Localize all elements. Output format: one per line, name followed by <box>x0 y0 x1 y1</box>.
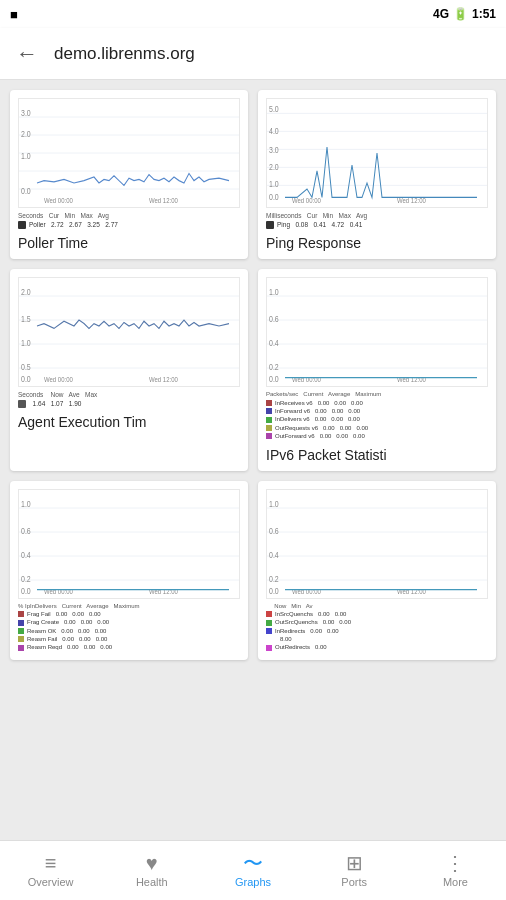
page-title: demo.librenms.org <box>54 44 195 64</box>
svg-text:0.0: 0.0 <box>21 186 31 196</box>
svg-text:1.0: 1.0 <box>269 179 279 189</box>
svg-text:0.0: 0.0 <box>21 586 31 596</box>
svg-text:1.0: 1.0 <box>269 499 279 509</box>
graph-image-ipstats2: 1.0 0.6 0.4 0.2 0.0 Wed 00:00 Wed 12:00 <box>266 489 488 599</box>
battery-icon: 🔋 <box>453 7 468 21</box>
svg-text:0.2: 0.2 <box>21 574 31 584</box>
nav-overview[interactable]: ≡ Overview <box>0 841 101 900</box>
svg-text:Wed 12:00: Wed 12:00 <box>149 197 178 205</box>
svg-text:1.0: 1.0 <box>269 287 279 297</box>
nav-health[interactable]: ♥ Health <box>101 841 202 900</box>
svg-text:0.4: 0.4 <box>269 339 279 349</box>
svg-text:Wed 12:00: Wed 12:00 <box>149 376 178 384</box>
svg-text:0.6: 0.6 <box>21 526 31 536</box>
nav-graphs[interactable]: 〜 Graphs <box>202 841 303 900</box>
svg-text:Wed 00:00: Wed 00:00 <box>292 197 321 205</box>
ports-icon: ⊞ <box>346 853 363 873</box>
svg-text:0.5: 0.5 <box>21 363 31 373</box>
nav-ports-label: Ports <box>341 876 367 888</box>
svg-text:0.0: 0.0 <box>269 586 279 596</box>
graph-title-ping: Ping Response <box>266 235 488 251</box>
graph-title-poller: Poller Time <box>18 235 240 251</box>
nav-ports[interactable]: ⊞ Ports <box>304 841 405 900</box>
svg-text:3.0: 3.0 <box>269 145 279 155</box>
graph-legend-ipstats2: Now Min Av InSrcQuenchs 0.00 0.00 OutSrc… <box>266 602 488 652</box>
graph-legend-ping: Milliseconds Cur Min Max Avg Ping 0.08 0… <box>266 211 488 229</box>
svg-text:1.5: 1.5 <box>21 315 31 325</box>
svg-text:Wed 12:00: Wed 12:00 <box>397 197 426 205</box>
nav-more-label: More <box>443 876 468 888</box>
back-button[interactable]: ← <box>16 41 38 67</box>
svg-text:1.0: 1.0 <box>21 499 31 509</box>
graph-legend-ipv6: Packets/sec Current Average Maximum InRe… <box>266 390 488 440</box>
graph-title-agent: Agent Execution Tim <box>18 414 240 430</box>
graph-legend-agent: Seconds Now Ave Max 1.64 1.07 1.90 <box>18 390 240 408</box>
more-icon: ⋮ <box>445 853 465 873</box>
status-bar-right: 4G 🔋 1:51 <box>433 7 496 21</box>
graph-card-ipindelivers: 1.0 0.6 0.4 0.2 0.0 Wed 00:00 Wed 12:00 … <box>10 481 248 660</box>
svg-text:1.0: 1.0 <box>21 151 31 161</box>
graph-image-ipindelivers: 1.0 0.6 0.4 0.2 0.0 Wed 00:00 Wed 12:00 <box>18 489 240 599</box>
graph-image-ipv6: 1.0 0.6 0.4 0.2 0.0 Wed 00:00 Wed 12:00 <box>266 277 488 387</box>
svg-text:0.6: 0.6 <box>269 315 279 325</box>
svg-text:1.0: 1.0 <box>21 339 31 349</box>
notification-icon: ■ <box>10 7 18 22</box>
status-bar-left: ■ <box>10 7 18 22</box>
time-label: 1:51 <box>472 7 496 21</box>
health-icon: ♥ <box>146 853 158 873</box>
status-bar: ■ 4G 🔋 1:51 <box>0 0 506 28</box>
graph-legend-poller: Seconds Cur Min Max Avg Poller 2.72 2.67… <box>18 211 240 229</box>
graph-image-poller-time: 3.0 2.0 1.0 0.0 Wed 00:00 Wed 12:00 <box>18 98 240 208</box>
svg-text:0.6: 0.6 <box>269 526 279 536</box>
svg-text:3.0: 3.0 <box>21 108 31 118</box>
graphs-grid: 3.0 2.0 1.0 0.0 Wed 00:00 Wed 12:00 Seco… <box>10 90 496 660</box>
nav-health-label: Health <box>136 876 168 888</box>
svg-text:0.0: 0.0 <box>269 375 279 385</box>
svg-text:2.0: 2.0 <box>269 162 279 172</box>
svg-text:Wed 00:00: Wed 00:00 <box>44 197 73 205</box>
graph-card-ping: 5.0 4.0 3.0 2.0 1.0 0.0 Wed 00:00 Wed 12… <box>258 90 496 259</box>
svg-text:2.0: 2.0 <box>21 130 31 140</box>
svg-text:0.2: 0.2 <box>269 363 279 373</box>
bottom-nav: ≡ Overview ♥ Health 〜 Graphs ⊞ Ports ⋮ M… <box>0 840 506 900</box>
graph-card-poller-time: 3.0 2.0 1.0 0.0 Wed 00:00 Wed 12:00 Seco… <box>10 90 248 259</box>
graph-title-ipv6: IPv6 Packet Statisti <box>266 447 488 463</box>
graph-card-agent: 2.0 1.5 1.0 0.5 0.0 Wed 00:00 Wed 12:00 … <box>10 269 248 470</box>
svg-text:2.0: 2.0 <box>21 287 31 297</box>
main-content: 3.0 2.0 1.0 0.0 Wed 00:00 Wed 12:00 Seco… <box>0 80 506 840</box>
graph-legend-ipindelivers: % IpInDelivers Current Average Maximum F… <box>18 602 240 652</box>
graph-image-ping: 5.0 4.0 3.0 2.0 1.0 0.0 Wed 00:00 Wed 12… <box>266 98 488 208</box>
graphs-icon: 〜 <box>243 853 263 873</box>
graph-image-agent: 2.0 1.5 1.0 0.5 0.0 Wed 00:00 Wed 12:00 <box>18 277 240 387</box>
svg-text:0.4: 0.4 <box>269 550 279 560</box>
svg-text:0.4: 0.4 <box>21 550 31 560</box>
nav-more[interactable]: ⋮ More <box>405 841 506 900</box>
overview-icon: ≡ <box>45 853 57 873</box>
svg-text:0.0: 0.0 <box>21 375 31 385</box>
nav-graphs-label: Graphs <box>235 876 271 888</box>
signal-label: 4G <box>433 7 449 21</box>
svg-text:Wed 00:00: Wed 00:00 <box>44 376 73 384</box>
svg-text:4.0: 4.0 <box>269 126 279 136</box>
svg-text:5.0: 5.0 <box>269 105 279 115</box>
graph-card-ipstats2: 1.0 0.6 0.4 0.2 0.0 Wed 00:00 Wed 12:00 … <box>258 481 496 660</box>
svg-text:0.2: 0.2 <box>269 574 279 584</box>
top-bar: ← demo.librenms.org <box>0 28 506 80</box>
nav-overview-label: Overview <box>28 876 74 888</box>
svg-text:0.0: 0.0 <box>269 192 279 202</box>
graph-card-ipv6: 1.0 0.6 0.4 0.2 0.0 Wed 00:00 Wed 12:00 … <box>258 269 496 470</box>
